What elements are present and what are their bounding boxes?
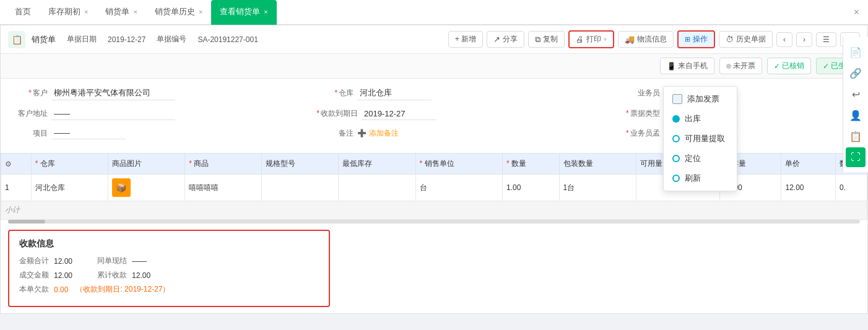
tab-history-close[interactable]: ×: [199, 8, 202, 15]
checkbox-icon: [672, 94, 682, 104]
col-min-stock: 最低库存: [339, 154, 415, 175]
check-verify-button[interactable]: ✓ 已核销: [767, 58, 811, 74]
dropdown-outbound[interactable]: 出库: [664, 109, 737, 129]
doc-date-value: 2019-12-27: [108, 35, 145, 44]
sidebar-expand-icon[interactable]: ⛶: [846, 147, 866, 167]
phone-button[interactable]: 📱 来自手机: [660, 58, 714, 74]
sidebar-user-icon[interactable]: 👤: [846, 105, 866, 125]
warehouse-field: 仓库 河北仓库: [316, 86, 610, 100]
same-settlement-item: 同单现结 ——: [97, 256, 147, 266]
balance-note: （收款到期日: 2019-12-27）: [76, 284, 170, 295]
sidebar-return-icon[interactable]: ↩: [846, 84, 866, 104]
tab-sales-close[interactable]: ×: [133, 8, 137, 15]
tab-sales-history[interactable]: 销货单历史 ×: [146, 0, 211, 25]
history-button[interactable]: ⏱ 历史单据: [719, 31, 773, 48]
tab-check-sales-close[interactable]: ×: [264, 8, 267, 15]
note-field: 备注 ➕ 添加备注: [316, 128, 610, 139]
sidebar-doc-icon[interactable]: 📄: [846, 42, 866, 62]
project-label: 项目: [11, 128, 48, 139]
balance-item: 本单欠款 0.00 （收款到期日: 2019-12-27）: [19, 284, 170, 295]
not-open-button[interactable]: 未开票: [719, 58, 762, 74]
toolbar: 📋 销货单 单据日期 2019-12-27 单据编号 SA-20191227-0…: [1, 25, 867, 54]
tab-home[interactable]: 首页: [6, 0, 40, 25]
balance-value: 0.00: [54, 285, 68, 294]
tab-check-sales[interactable]: 查看销货单 ×: [211, 0, 276, 25]
tab-inventory-close[interactable]: ×: [84, 8, 88, 15]
row-quantity: 1.00: [503, 175, 560, 201]
col-price: 单价: [781, 154, 836, 175]
staff-field: 业务员 演示账号: [623, 86, 857, 100]
col-quantity: * 数量: [503, 154, 560, 175]
circle-icon-2: [672, 155, 680, 162]
project-field: 项目 ——: [11, 127, 304, 139]
col-gear[interactable]: ⚙: [1, 154, 32, 175]
view-list-button[interactable]: ☰: [816, 32, 836, 47]
payment-info: 收款信息 金额合计 12.00 同单现结 —— 成交金额 12.00 累计收款 …: [8, 230, 330, 307]
product-table: ⚙ * 仓库 商品图片 * 商品 规格型号 最低库存 * 销售单位 * 数量 包…: [1, 153, 867, 220]
row-product[interactable]: 嘻嘻嘻嘻: [185, 175, 262, 201]
horizontal-scrollbar[interactable]: [8, 220, 860, 224]
row-spec: [262, 175, 339, 201]
copy-button[interactable]: ⧉ 复制: [528, 31, 565, 48]
payment-row-3: 本单欠款 0.00 （收款到期日: 2019-12-27）: [19, 284, 319, 295]
dropdown-add-invoice[interactable]: 添加发票: [664, 89, 737, 109]
print-button[interactable]: 🖨 打印 ▾: [568, 30, 614, 48]
dropdown-available-qty[interactable]: 可用量提取: [664, 129, 737, 149]
staff-label: 业务员: [623, 88, 660, 98]
payment-row-1: 金额合计 12.00 同单现结 ——: [19, 256, 319, 266]
share-button[interactable]: ↗ 分享: [487, 31, 524, 48]
cumulative-value: 12.00: [132, 271, 150, 280]
cumulative-label: 累计收款: [97, 270, 127, 280]
payment-row-2: 成交金额 12.00 累计收款 12.00: [19, 270, 319, 280]
payment-date-value[interactable]: 2019-12-27: [362, 108, 436, 120]
tab-sales-order[interactable]: 销货单 ×: [97, 0, 145, 25]
operation-button[interactable]: ⊞ 操作: [677, 30, 715, 48]
table-wrap: ⚙ * 仓库 商品图片 * 商品 规格型号 最低库存 * 销售单位 * 数量 包…: [1, 153, 867, 220]
dropdown-locate[interactable]: 定位: [664, 149, 737, 168]
scroll-thumb[interactable]: [8, 220, 45, 224]
dropdown-menu: 添加发票 出库 可用量提取 定位 刷新: [663, 86, 737, 191]
gear-icon[interactable]: ⚙: [5, 160, 12, 168]
add-note-button[interactable]: ➕ 添加备注: [357, 128, 398, 139]
row-index: 1: [1, 175, 32, 201]
col-product: * 商品: [185, 154, 262, 175]
toolbar2: 📱 来自手机 未开票 ✓ 已核销 ✓ 已生效: [1, 54, 867, 79]
doc-number-label: 单据编号: [157, 34, 186, 45]
col-spec: 规格型号: [262, 154, 339, 175]
tab-bar: 首页 库存期初 × 销货单 × 销货单历史 × 查看销货单 × ×: [0, 0, 868, 25]
transaction-value: 12.00: [54, 271, 72, 280]
sidebar-link-icon[interactable]: 🔗: [846, 63, 866, 83]
new-button[interactable]: + 新增: [448, 31, 483, 48]
row-min-stock: [339, 175, 415, 201]
address-label: 客户地址: [11, 108, 48, 119]
ticket-type-field: 票据类型 不开票: [623, 106, 857, 121]
circle-icon-3: [672, 175, 680, 182]
doc-title-area: 📋 销货单 单据日期 2019-12-27 单据编号 SA-20191227-0…: [8, 31, 443, 48]
logistics-button[interactable]: 🚚 物流信息: [618, 31, 674, 48]
warehouse-value[interactable]: 河北仓库: [357, 86, 432, 100]
tab-inventory-open[interactable]: 库存期初 ×: [40, 0, 97, 25]
doc-number-value: SA-20191227-001: [197, 35, 258, 44]
address-value[interactable]: ——: [51, 108, 175, 120]
row-warehouse: 河北仓库: [31, 175, 108, 201]
window-close-button[interactable]: ×: [851, 7, 862, 18]
prev-button[interactable]: ‹: [776, 32, 792, 47]
row-image: 📦: [108, 175, 184, 201]
form-area: 客户 柳州粤港平安气体有限公司 仓库 河北仓库 业务员 演示账号 客户地址 ——…: [1, 79, 867, 153]
radio-filled-icon: [672, 115, 680, 123]
not-open-dot: [726, 64, 731, 69]
customer-label: 客户: [11, 88, 48, 98]
right-sidebar: 📄 🔗 ↩ 👤 📋 ⛶: [843, 37, 868, 172]
sidebar-clipboard-icon[interactable]: 📋: [846, 126, 866, 146]
next-button[interactable]: ›: [796, 32, 812, 47]
note-label: 备注: [316, 128, 354, 139]
total-amount-value: 12.00: [54, 257, 72, 266]
project-value[interactable]: ——: [51, 127, 126, 139]
doc-title: 销货单: [32, 34, 56, 45]
dropdown-refresh[interactable]: 刷新: [664, 168, 737, 188]
main-content: 📋 销货单 单据日期 2019-12-27 单据编号 SA-20191227-0…: [0, 25, 868, 314]
payment-title: 收款信息: [19, 238, 319, 250]
col-pack-qty: 包装数量: [559, 154, 636, 175]
customer-value[interactable]: 柳州粤港平安气体有限公司: [51, 86, 175, 100]
payment-date-field: 收款到期日 2019-12-27: [316, 108, 610, 120]
